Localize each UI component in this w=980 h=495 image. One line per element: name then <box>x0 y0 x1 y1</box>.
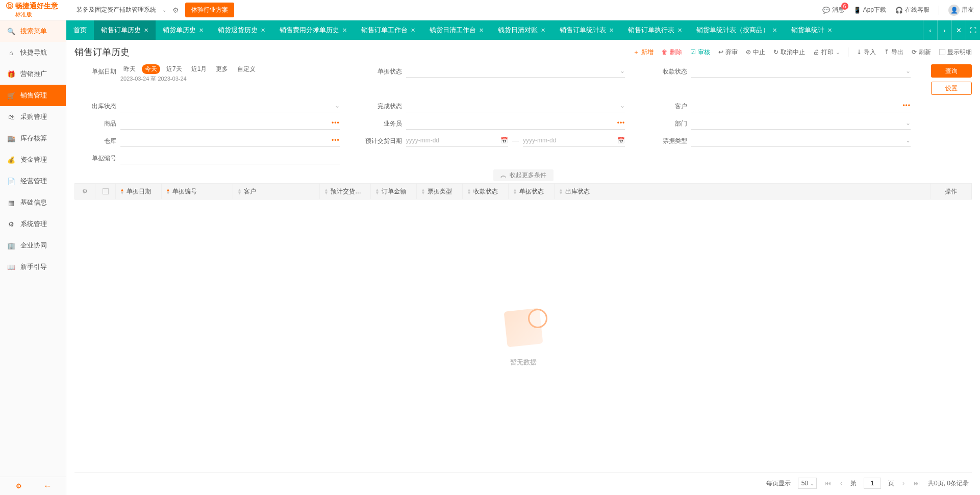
out-status-select[interactable]: ⌄ <box>120 99 340 112</box>
collapse-conditions[interactable]: ︽收起更多条件 <box>493 169 554 181</box>
close-icon[interactable]: ✕ <box>609 27 614 34</box>
bill-no-input[interactable] <box>120 151 340 164</box>
sidebar-item[interactable]: 📖新手引导 <box>0 256 66 278</box>
th[interactable]: ▲▼单据编号 <box>162 184 233 199</box>
close-icon[interactable]: ✕ <box>479 27 484 34</box>
sidebar-item[interactable]: ▦基础信息 <box>0 192 66 213</box>
department-select[interactable]: ⌄ <box>691 116 911 130</box>
warehouse-select[interactable]: ••• <box>120 134 340 147</box>
print-icon: 🖨 <box>813 48 819 56</box>
sidebar-item[interactable]: 📄经营管理 <box>0 170 66 192</box>
customer-select[interactable]: ••• <box>691 99 911 112</box>
refresh-button[interactable]: ⟳刷新 <box>912 48 931 57</box>
sidebar-item[interactable]: 🛍采购管理 <box>0 106 66 128</box>
tab[interactable]: 销售订单历史✕ <box>94 20 156 40</box>
next-page[interactable]: › <box>901 480 906 487</box>
tab[interactable]: 销货退货历史✕ <box>211 20 272 40</box>
sidebar-item[interactable]: 🛒销售管理 <box>0 85 66 106</box>
gear-icon[interactable]: ⚙ <box>172 6 179 14</box>
date-quick-option[interactable]: 近1月 <box>188 64 210 74</box>
online-cs-link[interactable]: 🎧在线客服 <box>895 6 929 14</box>
tab[interactable]: 销货单历史✕ <box>156 20 211 40</box>
close-icon[interactable]: ✕ <box>261 27 265 34</box>
user-menu[interactable]: 👤用友 <box>948 5 974 16</box>
page-size-select[interactable]: 50 <box>798 478 817 489</box>
date-quick-option[interactable]: 昨天 <box>120 64 139 74</box>
abandon-button[interactable]: ↩弃审 <box>718 48 738 57</box>
goods-select[interactable]: ••• <box>120 116 340 130</box>
date-quick-option[interactable]: 近7天 <box>163 64 185 74</box>
salesman-select[interactable]: ••• <box>406 116 625 130</box>
tab[interactable]: 销售订单执行表✕ <box>621 20 689 40</box>
first-page[interactable]: ⏮ <box>824 480 832 487</box>
undo-icon: ↩ <box>718 48 723 56</box>
sidebar-item[interactable]: 🏬库存核算 <box>0 128 66 149</box>
messages-link[interactable]: 💬 消息 6 <box>822 6 844 14</box>
page-input[interactable] <box>864 478 881 489</box>
tab[interactable]: 销售费用分摊单历史✕ <box>272 20 354 40</box>
import-button[interactable]: ⤓导入 <box>857 48 876 57</box>
date-quick-option[interactable]: 今天 <box>142 64 160 74</box>
sidebar-item[interactable]: ⚙系统管理 <box>0 213 66 235</box>
close-icon[interactable]: ✕ <box>827 27 832 34</box>
date-quick-option[interactable]: 自定义 <box>234 64 259 74</box>
th[interactable]: ▲▼收款状态 <box>463 184 509 199</box>
date-quick-option[interactable]: 更多 <box>213 64 231 74</box>
table-settings-icon[interactable]: ⚙ <box>75 184 95 199</box>
th[interactable]: ▲▼预计交货… <box>320 184 371 199</box>
tab[interactable]: 销售订单工作台✕ <box>354 20 422 40</box>
print-button[interactable]: 🖨打印⌄ <box>813 48 840 57</box>
stop-button[interactable]: ⊘中止 <box>746 48 765 57</box>
tab-scroll-right[interactable]: › <box>937 20 951 40</box>
experience-button[interactable]: 体验行业方案 <box>185 3 234 17</box>
close-icon[interactable]: ✕ <box>772 27 777 34</box>
sidebar-collapse-icon[interactable]: ⤌ <box>45 482 51 490</box>
th[interactable]: ▲▼单据状态 <box>509 184 555 199</box>
close-icon[interactable]: ✕ <box>411 27 415 34</box>
close-icon[interactable]: ✕ <box>677 27 682 34</box>
app-download-link[interactable]: 📱App下载 <box>853 6 886 14</box>
sidebar-item[interactable]: 💰资金管理 <box>0 149 66 170</box>
bill-status-select[interactable]: ⌄ <box>406 64 625 78</box>
sidebar-item[interactable]: ⌂快捷导航 <box>0 42 66 63</box>
expect-date-to[interactable]: yyyy-mm-dd📅 <box>523 134 625 147</box>
ticket-type-select[interactable]: ⌄ <box>691 134 911 147</box>
close-icon[interactable]: ✕ <box>541 27 545 34</box>
close-icon[interactable]: ✕ <box>144 27 148 34</box>
tab[interactable]: 销货单统计表（按商品）✕ <box>689 20 784 40</box>
delete-button[interactable]: 🗑删除 <box>662 48 682 57</box>
system-select[interactable]: 装备及固定资产辅助管理系统 ⌄ ⚙ 体验行业方案 <box>77 3 234 17</box>
show-detail-toggle[interactable]: 显示明细 <box>939 48 972 57</box>
th[interactable]: ▲▼客户 <box>233 184 320 199</box>
sidebar-item[interactable]: 🏢企业协同 <box>0 235 66 256</box>
prev-page[interactable]: ‹ <box>839 480 843 487</box>
pay-status-select[interactable]: ⌄ <box>691 64 911 78</box>
cancel-stop-button[interactable]: ↻取消中止 <box>773 48 805 57</box>
sidebar-search[interactable]: 🔍 搜索菜单 <box>0 20 66 42</box>
sidebar-item[interactable]: 🎁营销推广 <box>0 63 66 85</box>
settings-button[interactable]: 设置 <box>931 82 972 95</box>
th[interactable]: ▲▼订单金额 <box>371 184 417 199</box>
finish-status-select[interactable]: ⌄ <box>406 99 625 112</box>
export-button[interactable]: ⤒导出 <box>884 48 903 57</box>
last-page[interactable]: ⏭ <box>913 480 921 487</box>
expect-date-from[interactable]: yyyy-mm-dd📅 <box>406 134 508 147</box>
sidebar-settings-icon[interactable]: ⚙ <box>16 482 22 490</box>
tab[interactable]: 钱货日清对账✕ <box>491 20 552 40</box>
tab[interactable]: 钱货日清工作台✕ <box>422 20 491 40</box>
tab[interactable]: 销货单统计✕ <box>784 20 839 40</box>
tab[interactable]: 销售订单统计表✕ <box>552 20 621 40</box>
tab-close-all[interactable]: ✕ <box>951 20 966 40</box>
select-all-checkbox[interactable] <box>95 184 116 199</box>
th[interactable]: ▲▼出库状态 <box>555 184 931 199</box>
close-icon[interactable]: ✕ <box>342 27 347 34</box>
audit-button[interactable]: ☑审核 <box>690 48 710 57</box>
th[interactable]: ▲▼票据类型 <box>417 184 463 199</box>
add-button[interactable]: ＋新增 <box>633 48 654 57</box>
query-button[interactable]: 查询 <box>931 64 972 78</box>
tab-scroll-left[interactable]: ‹ <box>923 20 937 40</box>
tab[interactable]: 首页 <box>66 20 94 40</box>
close-icon[interactable]: ✕ <box>199 27 204 34</box>
tab-fullscreen[interactable]: ⛶ <box>966 20 980 40</box>
th[interactable]: ▲▼单据日期 <box>116 184 162 199</box>
